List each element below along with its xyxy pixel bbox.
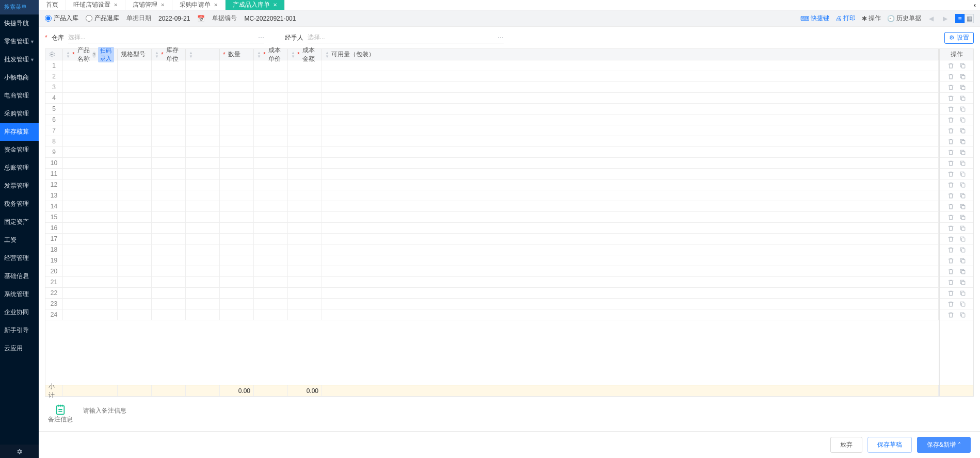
- copy-icon[interactable]: [959, 301, 966, 307]
- sidebar-item-11[interactable]: 固定资产: [0, 213, 39, 231]
- copy-icon[interactable]: [959, 257, 966, 264]
- copy-icon[interactable]: [959, 160, 966, 167]
- delete-icon[interactable]: [947, 225, 954, 232]
- sidebar-item-17[interactable]: 新手引导: [0, 321, 39, 339]
- copy-icon[interactable]: [959, 236, 966, 242]
- tabs-collapse[interactable]: ‹: [970, 0, 980, 10]
- copy-icon[interactable]: [959, 84, 966, 91]
- delete-icon[interactable]: [947, 138, 954, 145]
- ops-button[interactable]: ✱ 操作: [862, 14, 881, 23]
- shortcut-button[interactable]: ⌨ 快捷键: [800, 14, 829, 23]
- scan-badge[interactable]: 扫码录入: [98, 47, 114, 62]
- sidebar-item-9[interactable]: 发票管理: [0, 177, 39, 195]
- copy-icon[interactable]: [959, 268, 966, 275]
- sidebar-item-16[interactable]: 企业协同: [0, 303, 39, 321]
- sidebar-item-3[interactable]: 小畅电商: [0, 69, 39, 87]
- table-row[interactable]: 8: [45, 136, 939, 147]
- copy-icon[interactable]: [959, 62, 966, 69]
- delete-icon[interactable]: [947, 214, 954, 221]
- delete-icon[interactable]: [947, 149, 954, 156]
- col-gear[interactable]: [45, 49, 63, 60]
- col-amount[interactable]: ▲▼*成本金额: [288, 49, 322, 60]
- table-row[interactable]: 17: [45, 234, 939, 244]
- table-row[interactable]: 16: [45, 223, 939, 234]
- close-icon[interactable]: ✕: [160, 2, 165, 8]
- table-row[interactable]: 23: [45, 299, 939, 309]
- save-new-button[interactable]: 保存&新增˄: [917, 437, 971, 453]
- copy-icon[interactable]: [959, 225, 966, 232]
- sidebar-item-2[interactable]: 批发管理▼: [0, 51, 39, 69]
- table-row[interactable]: 6: [45, 114, 939, 125]
- delete-icon[interactable]: [947, 127, 954, 134]
- sidebar-item-7[interactable]: 资金管理: [0, 141, 39, 159]
- sidebar-item-1[interactable]: 零售管理▼: [0, 32, 39, 51]
- copy-icon[interactable]: [959, 214, 966, 221]
- table-row[interactable]: 21: [45, 277, 939, 288]
- delete-icon[interactable]: [947, 117, 954, 123]
- tab-1[interactable]: 旺铺店铺设置✕: [66, 0, 125, 10]
- delete-icon[interactable]: [947, 257, 954, 264]
- delete-icon[interactable]: [947, 312, 954, 318]
- calendar-icon[interactable]: 📅: [197, 15, 205, 22]
- sidebar-item-0[interactable]: 快捷导航: [0, 14, 39, 32]
- remark-input[interactable]: [82, 404, 737, 418]
- tab-3[interactable]: 采购申请单✕: [172, 0, 226, 10]
- table-row[interactable]: 18: [45, 244, 939, 255]
- delete-icon[interactable]: [947, 290, 954, 297]
- copy-icon[interactable]: [959, 279, 966, 286]
- close-icon[interactable]: ✕: [214, 2, 218, 8]
- sidebar-item-15[interactable]: 系统管理: [0, 285, 39, 303]
- copy-icon[interactable]: [959, 312, 966, 318]
- delete-icon[interactable]: [947, 203, 954, 210]
- delete-icon[interactable]: [947, 95, 954, 102]
- date-value[interactable]: 2022-09-21: [158, 15, 190, 22]
- sidebar-item-5[interactable]: 采购管理: [0, 105, 39, 123]
- warehouse-picker[interactable]: 选择...⋯: [68, 32, 264, 43]
- radio-product-out[interactable]: 产品退库: [86, 14, 119, 23]
- tab-4[interactable]: 产成品入库单✕: [226, 0, 285, 10]
- copy-icon[interactable]: [959, 95, 966, 102]
- table-row[interactable]: 7: [45, 125, 939, 136]
- save-draft-button[interactable]: 保存草稿: [867, 437, 912, 453]
- sidebar-item-10[interactable]: 税务管理: [0, 195, 39, 213]
- table-row[interactable]: 3: [45, 82, 939, 93]
- table-row[interactable]: 9: [45, 147, 939, 158]
- col-product-name[interactable]: ▲▼*产品名称?扫码录入: [63, 49, 118, 60]
- delete-icon[interactable]: [947, 62, 954, 69]
- delete-icon[interactable]: [947, 106, 954, 112]
- table-row[interactable]: 2: [45, 71, 939, 82]
- copy-icon[interactable]: [959, 117, 966, 123]
- sidebar-item-6[interactable]: 库存核算: [0, 123, 39, 141]
- delete-icon[interactable]: [947, 236, 954, 242]
- copy-icon[interactable]: [959, 149, 966, 156]
- tab-0[interactable]: 首页: [39, 0, 66, 10]
- sidebar-settings[interactable]: [0, 445, 39, 458]
- delete-icon[interactable]: [947, 73, 954, 80]
- col-spec[interactable]: 规格型号: [118, 49, 152, 60]
- settings-button[interactable]: ⚙ 设置: [944, 32, 974, 44]
- delete-icon[interactable]: [947, 160, 954, 167]
- sidebar-item-18[interactable]: 云应用: [0, 339, 39, 357]
- copy-icon[interactable]: [959, 203, 966, 210]
- delete-icon[interactable]: [947, 268, 954, 275]
- view-list-icon[interactable]: ≡: [955, 14, 965, 23]
- history-button[interactable]: 🕘 历史单据: [887, 14, 921, 23]
- view-grid-icon[interactable]: ▦: [965, 14, 974, 23]
- sidebar-search[interactable]: 搜索菜单: [0, 0, 39, 14]
- sidebar-item-13[interactable]: 经营管理: [0, 249, 39, 267]
- sidebar-item-8[interactable]: 总账管理: [0, 159, 39, 177]
- copy-icon[interactable]: [959, 171, 966, 177]
- table-row[interactable]: 13: [45, 190, 939, 201]
- col-unit[interactable]: ▲▼*库存单位: [152, 49, 186, 60]
- close-icon[interactable]: ✕: [273, 2, 277, 8]
- delete-icon[interactable]: [947, 182, 954, 188]
- radio-product-in[interactable]: 产品入库: [45, 14, 78, 23]
- sidebar-item-14[interactable]: 基础信息: [0, 267, 39, 285]
- delete-icon[interactable]: [947, 301, 954, 307]
- copy-icon[interactable]: [959, 127, 966, 134]
- table-row[interactable]: 24: [45, 309, 939, 320]
- handler-picker[interactable]: 选择...⋯: [308, 32, 504, 43]
- table-row[interactable]: 4: [45, 93, 939, 104]
- copy-icon[interactable]: [959, 182, 966, 188]
- sidebar-item-4[interactable]: 电商管理: [0, 87, 39, 105]
